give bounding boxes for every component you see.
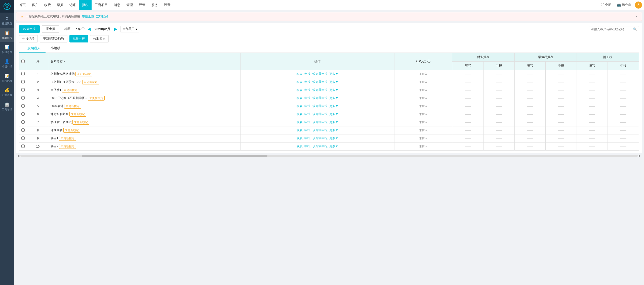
op-more[interactable]: 更多▼ xyxy=(329,88,338,92)
row-checkbox[interactable] xyxy=(21,72,25,75)
row-checkbox[interactable] xyxy=(21,80,25,83)
op-more[interactable]: 更多▼ xyxy=(329,136,338,140)
sidebar-item-baoshui-jilu[interactable]: 📝 报税记录 xyxy=(0,71,14,85)
tab-xiaogui-mo[interactable]: 小规模 xyxy=(46,44,65,53)
scroll-left-button[interactable]: ◀ xyxy=(16,154,20,158)
status-tag[interactable]: 未更新核定 xyxy=(62,88,79,92)
status-tag[interactable]: 未更新核定 xyxy=(69,112,86,117)
avatar[interactable]: 人 xyxy=(635,2,642,9)
op-shuibiao[interactable]: 税表 xyxy=(297,145,303,148)
op-shenbao[interactable]: 申报 xyxy=(304,136,310,140)
op-shenbao[interactable]: 申报 xyxy=(304,104,310,108)
banner-close-button[interactable]: ✕ xyxy=(635,15,638,18)
row-checkbox[interactable] xyxy=(21,128,25,132)
row-checkbox[interactable] xyxy=(21,88,25,91)
op-lingshenbao[interactable]: 设为零申报 xyxy=(312,112,328,116)
op-shuibiao[interactable]: 税表 xyxy=(297,72,303,76)
nav-gongshang[interactable]: 工商项目 xyxy=(92,0,111,10)
nav-shoufei[interactable]: 收费 xyxy=(41,0,54,10)
row-checkbox[interactable] xyxy=(21,96,25,100)
nav-jizh[interactable]: 记账 xyxy=(66,0,79,10)
scrollbar-track[interactable] xyxy=(20,155,638,157)
status-tag[interactable]: 未更新核定 xyxy=(75,72,92,76)
nav-guanli[interactable]: 管理 xyxy=(123,0,136,10)
op-lingshenbao[interactable]: 设为零申报 xyxy=(312,136,328,140)
op-lingshenbao[interactable]: 设为零申报 xyxy=(312,88,328,92)
op-more[interactable]: 更多▼ xyxy=(329,145,338,148)
nav-fuwu[interactable]: 服务 xyxy=(148,0,161,10)
row-checkbox[interactable] xyxy=(21,136,25,140)
scroll-right-button[interactable]: ▶ xyxy=(638,154,642,158)
op-shuibiao[interactable]: 税表 xyxy=(297,112,303,116)
nav-shezhi[interactable]: 设置 xyxy=(161,0,174,10)
status-tag[interactable]: 未更新核定 xyxy=(72,120,89,125)
status-tag[interactable]: 未更新核定 xyxy=(59,144,76,149)
status-tag[interactable]: 未更新核定 xyxy=(88,96,105,101)
select-all-checkbox[interactable] xyxy=(21,60,25,63)
op-more[interactable]: 更多▼ xyxy=(329,72,338,76)
sidebar-item-baoshui-zonglan[interactable]: 📊 报税总览 xyxy=(0,42,14,57)
nav-piaoju[interactable]: 票据 xyxy=(54,0,66,10)
nav-baoshui[interactable]: 报税 xyxy=(79,0,92,10)
nav-home[interactable]: 首页 xyxy=(16,0,29,10)
op-shenbao[interactable]: 申报 xyxy=(304,120,310,124)
sidebar-item-baoshui-shezhi[interactable]: ⚙ 报税设置 xyxy=(0,14,14,28)
prev-month-button[interactable]: ◀ xyxy=(87,27,92,31)
row-checkbox[interactable] xyxy=(21,104,25,108)
sidebar-item-huisuan-qingjiao[interactable]: 💰 汇算清缴 xyxy=(0,85,14,100)
piliang-shenbao-button[interactable]: 批量申报 xyxy=(69,35,88,42)
op-more[interactable]: 更多▼ xyxy=(329,112,338,116)
banner-link-lijigoumai[interactable]: 立即购买 xyxy=(96,14,108,19)
tab-shuiwu-shenbao[interactable]: 税款申报 xyxy=(19,25,40,33)
op-shuibiao[interactable]: 税表 xyxy=(297,104,303,108)
op-shenbao[interactable]: 申报 xyxy=(304,96,310,100)
op-more[interactable]: 更多▼ xyxy=(329,104,338,108)
status-tag[interactable]: 未更新核定 xyxy=(63,128,80,133)
op-more[interactable]: 更多▼ xyxy=(329,128,338,132)
op-lingshenbao[interactable]: 设为零申报 xyxy=(312,120,328,124)
sidebar-item-geshui-shenbao[interactable]: 👤 个税申报 xyxy=(0,57,14,71)
op-lingshenbao[interactable]: 设为零申报 xyxy=(312,80,328,84)
op-more[interactable]: 更多▼ xyxy=(329,96,338,100)
op-shenbao[interactable]: 申报 xyxy=(304,145,310,148)
op-shuibiao[interactable]: 税表 xyxy=(297,80,303,84)
op-shenbao[interactable]: 申报 xyxy=(304,112,310,116)
fullscreen-button[interactable]: ⛶ 全屏 xyxy=(599,2,613,8)
op-more[interactable]: 更多▼ xyxy=(329,120,338,124)
op-shuibiao[interactable]: 税表 xyxy=(297,88,303,92)
op-lingshenbao[interactable]: 设为零申报 xyxy=(312,104,328,108)
op-shenbao[interactable]: 申报 xyxy=(304,80,310,84)
search-input[interactable] xyxy=(591,27,633,31)
region-info-icon[interactable]: ⓘ xyxy=(82,27,85,31)
banner-link-shenbaohui[interactable]: 申报汇签 xyxy=(82,14,94,19)
sidebar-item-piliang-baoshui[interactable]: 📋 批量报税 xyxy=(0,28,14,42)
status-tag[interactable]: 未更新核定 xyxy=(82,80,99,84)
op-shuibiao[interactable]: 税表 xyxy=(297,120,303,124)
op-more[interactable]: 更多▼ xyxy=(329,80,338,84)
row-checkbox[interactable] xyxy=(21,112,25,116)
next-month-button[interactable]: ▶ xyxy=(113,27,118,31)
scrollbar-thumb[interactable] xyxy=(82,155,267,157)
op-shuibiao[interactable]: 税表 xyxy=(297,96,303,100)
op-lingshenbao[interactable]: 设为零申报 xyxy=(312,145,328,148)
tab-lingshen[interactable]: 零申报 xyxy=(42,25,59,33)
sidebar-item-gongshang-nianpao[interactable]: 🏢 工商年报 xyxy=(0,100,14,114)
op-shuibiao[interactable]: 税表 xyxy=(297,136,303,140)
staff-selector[interactable]: 全部员工 ▾ xyxy=(120,26,139,32)
status-tag[interactable]: 未更新核定 xyxy=(59,136,76,141)
gengxin-button[interactable]: 更新税定及取数 xyxy=(40,35,67,42)
op-lingshenbao[interactable]: 设为零申报 xyxy=(312,128,328,132)
op-lingshenbao[interactable]: 设为零申报 xyxy=(312,72,328,76)
op-shenbao[interactable]: 申报 xyxy=(304,128,310,132)
shouli-huizhi-button[interactable]: 收取回执 xyxy=(90,35,109,42)
vip-button[interactable]: 📺 畅会员 xyxy=(615,2,633,8)
op-shuibiao[interactable]: 税表 xyxy=(297,128,303,132)
op-lingshenbao[interactable]: 设为零申报 xyxy=(312,96,328,100)
tab-yiban-nashuiren[interactable]: 一般纳税人 xyxy=(19,44,46,53)
nav-jingying[interactable]: 经营 xyxy=(136,0,148,10)
status-tag[interactable]: 未更新核定 xyxy=(64,104,81,109)
op-shenbao[interactable]: 申报 xyxy=(304,72,310,76)
op-shenbao[interactable]: 申报 xyxy=(304,88,310,92)
nav-xiaoxi[interactable]: 消息 xyxy=(111,0,123,10)
row-checkbox[interactable] xyxy=(21,120,25,124)
